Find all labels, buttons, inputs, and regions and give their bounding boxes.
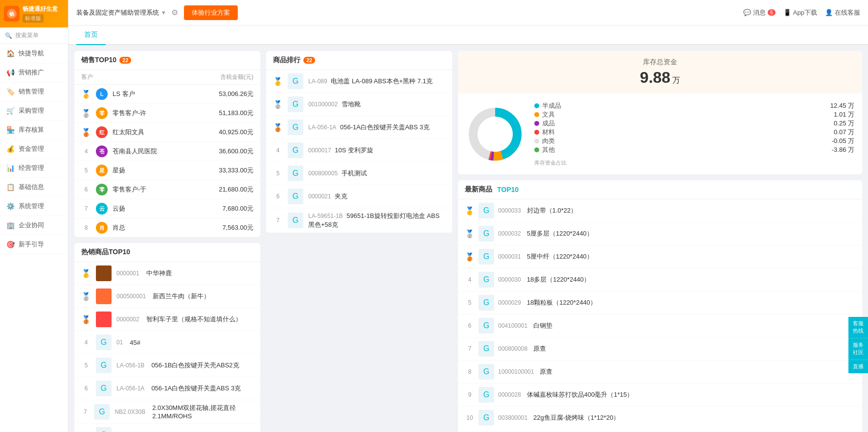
messages-badge: 6 [768, 9, 776, 16]
legend-dot [534, 112, 539, 117]
top-customers-header: 销售TOP10 22 [74, 51, 260, 70]
legend-label: 成品 [542, 119, 822, 128]
list-item[interactable]: 7 G NB2.0X30B 2.0X30MM双搓花轴,搓花直径2.1MM/ROH… [74, 400, 260, 424]
product-code: 0000030 [498, 276, 521, 283]
list-item[interactable]: 7 G 000800008 原查 [458, 337, 862, 360]
list-item[interactable]: 7 G LA-59651-1B 59651-1B旋转投影灯电池盒 ABS黑色+5… [266, 208, 452, 233]
list-item[interactable]: 6 G 0000021 夹克 [266, 185, 452, 208]
customer-amount: 33,333.00元 [219, 166, 253, 175]
sidebar-item-finance[interactable]: 💰 资金管理 [0, 140, 68, 159]
rank-number: 4 [465, 276, 475, 283]
sidebar-item-base-info[interactable]: 📋 基础信息 [0, 178, 68, 197]
product-image: G [96, 427, 112, 432]
app-download-btn[interactable]: 📱 App下载 [783, 8, 817, 17]
product-info: 0000017 10S 变利罗旋 [308, 146, 445, 155]
legend-label: 其他 [542, 145, 822, 154]
sidebar-item-operations[interactable]: 📊 经营管理 [0, 159, 68, 178]
trial-button[interactable]: 体验行业方案 [184, 5, 238, 20]
sidebar-item-guide[interactable]: 🎯 新手引导 [0, 235, 68, 254]
list-item[interactable]: 4 G 0000017 10S 变利罗旋 [266, 139, 452, 162]
search-menu[interactable]: 🔍 搜索菜单 [0, 27, 68, 44]
list-item[interactable]: 8 G 10000100001 原查 [458, 360, 862, 384]
list-item[interactable]: 🥈 000500001 新西兰牛肉（新牛） [74, 285, 260, 308]
content-area: 销售TOP10 22 客户 含税金额(元) 🥇 L LS 客户 53,006.2… [69, 45, 868, 432]
messages-btn[interactable]: 💬 消息 6 [743, 8, 776, 17]
product-image: G [288, 166, 303, 181]
sidebar-item-enterprise[interactable]: 🏢 企业协同 [0, 216, 68, 235]
table-row[interactable]: 8 肖 肖总 7,563.00元 [74, 218, 260, 237]
sidebar-item-purchase[interactable]: 🛒 采购管理 [0, 101, 68, 120]
list-item[interactable]: 🥈 G 0000032 5厘多层（1220*2440） [458, 222, 862, 245]
header-right: 💬 消息 6 📱 App下载 👤 在线客服 [743, 8, 860, 17]
list-item[interactable]: 🥈 G 001000002 雪地靴 [266, 93, 452, 116]
list-item[interactable]: 9 G 0000028 体碱嘉枚味苏打饮品400毫升（1*15） [458, 384, 862, 407]
product-code: 0000032 [498, 230, 521, 237]
product-name: 5厘中纤（1220*2440） [527, 252, 593, 261]
product-image: G [288, 96, 303, 112]
purchase-icon: 🛒 [6, 106, 15, 115]
product-code: LA-056-1A [308, 124, 336, 131]
float-live-btn[interactable]: 直播 [848, 360, 868, 373]
list-item[interactable]: 4 G 0000030 18多层（1220*2440） [458, 268, 862, 291]
customer-amount: 21,680.00元 [219, 185, 253, 194]
legend-value: -3.86 万 [825, 145, 854, 154]
list-item[interactable]: 🥉 G 0000031 5厘中纤（1220*2440） [458, 245, 862, 268]
quick-nav-label: 快捷导航 [19, 49, 44, 58]
list-item[interactable]: 🥉 G LA-056-1A 056-1A白色按键开关盖ABS 3克 [266, 116, 452, 139]
float-service-btn[interactable]: 客服热线 [848, 317, 868, 338]
table-row[interactable]: 6 零 零售客户-于 21,680.00元 [74, 180, 260, 199]
product-code: LA-089 [308, 78, 327, 85]
medal-gold: 🥇 [465, 206, 475, 216]
medal-bronze: 🥉 [273, 123, 283, 132]
rank-number: 6 [81, 385, 91, 392]
list-item[interactable]: 6 G 004100001 白钢垫 [458, 314, 862, 337]
new-products-header: 最新商品 TOP10 [458, 180, 862, 199]
system-selector[interactable]: 装备及固定资产辅助管理系统 ▾ [76, 8, 165, 17]
sidebar-item-sales[interactable]: 🏷️ 销售管理 [0, 82, 68, 101]
list-item[interactable]: 4 G 01 45# [74, 331, 260, 354]
product-image: G [96, 358, 112, 373]
sidebar-item-system[interactable]: ⚙️ 系统管理 [0, 197, 68, 216]
avatar: 零 [96, 184, 108, 195]
table-row[interactable]: 7 云 云扬 7,680.00元 [74, 199, 260, 218]
product-code: 003800001 [498, 414, 527, 421]
customer-amount: 51,183.00元 [219, 109, 253, 118]
legend-value: -0.05 万 [825, 137, 854, 145]
list-item[interactable]: 5 G LA-056-1B 056-1B白色按键开关壳ABS2克 [74, 354, 260, 377]
tab-home[interactable]: 首页 [76, 25, 106, 45]
list-item[interactable]: 🥇 0000001 中华神鹿 [74, 262, 260, 285]
list-item[interactable]: 8 G 0000011 12070519-xs [74, 424, 260, 432]
product-info: LA-59651-1B 59651-1B旋转投影灯电池盒 ABS黑色+58克 [308, 212, 445, 229]
table-row[interactable]: 🥇 L LS 客户 53,006.26元 [74, 85, 260, 104]
table-row[interactable]: 5 星 星扬 33,333.00元 [74, 161, 260, 180]
table-row[interactable]: 4 苍 苍南县人民医院 36,600.00元 [74, 142, 260, 161]
customer-name: 苍南县人民医院 [113, 147, 214, 156]
list-item[interactable]: 🥉 0000002 智利车子里（规格不知道填什么） [74, 308, 260, 331]
list-item[interactable]: 5 G 000800005 手机测试 [266, 162, 452, 185]
float-community-btn[interactable]: 服务社区 [848, 338, 868, 360]
list-item[interactable]: 5 G 0000029 18颗粒板（1220*2440） [458, 291, 862, 314]
list-item[interactable]: 🥇 G LA-089 电池盖 LA-089 ABS本色+黑种 7.1克 [266, 70, 452, 93]
sidebar-item-marketing[interactable]: 📢 营销推广 [0, 63, 68, 82]
medal-bronze: 🥉 [81, 315, 91, 324]
rank-number: 8 [81, 224, 91, 231]
sidebar-item-quick-nav[interactable]: 🏠 快捷导航 [0, 44, 68, 63]
online-service-btn[interactable]: 👤 在线客服 [825, 8, 860, 17]
legend-value: 0.25 万 [825, 119, 854, 128]
finance-icon: 💰 [6, 144, 15, 153]
list-item[interactable]: 10 G 003800001 22g鱼豆腐-烧烤味（1*12*20） [458, 407, 862, 429]
rank-number: 4 [273, 147, 283, 154]
list-item[interactable]: 🥇 G 0000033 封边带（1.0*22） [458, 199, 862, 222]
table-row[interactable]: 🥉 红 红太阳文具 40,925.00元 [74, 123, 260, 142]
marketing-label: 营销推广 [19, 68, 44, 77]
product-rank-title: 商品排行 [273, 56, 300, 65]
list-item[interactable]: 6 G LA-056-1A 056-1A白色按键开关盖ABS 3克 [74, 377, 260, 400]
customer-amount: 40,925.00元 [219, 128, 253, 137]
product-code: 01 [116, 339, 123, 346]
new-products-title-highlight: TOP10 [497, 186, 519, 193]
avatar: 零 [96, 107, 108, 119]
settings-icon[interactable]: ⚙ [171, 8, 178, 17]
rank-number: 7 [81, 408, 89, 415]
table-row[interactable]: 🥈 零 零售客户-许 51,183.00元 [74, 104, 260, 123]
sidebar-item-inventory[interactable]: 🏪 库存核算 [0, 120, 68, 140]
